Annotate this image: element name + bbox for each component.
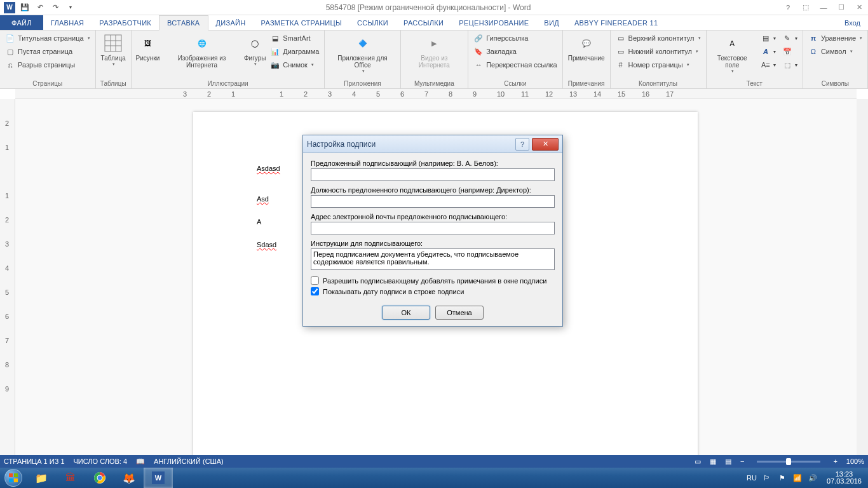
instructions-textarea[interactable] — [311, 248, 555, 270]
smartart-button[interactable]: ⬓SmartArt — [268, 32, 322, 44]
undo-icon[interactable]: ↶ — [33, 1, 47, 15]
save-icon[interactable]: 💾 — [18, 1, 32, 15]
svg-rect-7 — [9, 478, 13, 482]
dialog-titlebar[interactable]: Настройка подписи ? ✕ — [303, 135, 562, 153]
allow-comments-checkbox-row[interactable]: Разрешить подписывающему добавлять приме… — [311, 276, 555, 285]
allow-comments-checkbox[interactable] — [311, 276, 319, 285]
sign-in-link[interactable]: Вход — [837, 15, 868, 30]
windows-orb-icon — [4, 469, 22, 487]
tray-volume-icon[interactable]: 🔊 — [808, 473, 818, 483]
taskbar-chrome[interactable] — [85, 468, 114, 488]
footer-button[interactable]: ▭Нижний колонтитул — [613, 45, 703, 58]
quick-parts-button[interactable]: ▤▾ — [758, 32, 778, 44]
dialog-help-icon[interactable]: ? — [515, 138, 529, 151]
shapes-button[interactable]: ◯Фигуры — [242, 32, 268, 68]
zoom-out-icon[interactable]: − — [740, 458, 744, 465]
help-icon[interactable]: ? — [779, 1, 797, 15]
tab-insert[interactable]: ВСТАВКА — [159, 15, 208, 30]
chart-button[interactable]: 📊Диаграмма — [268, 45, 322, 58]
tray-flag-icon[interactable]: 🏳 — [762, 473, 772, 483]
taskbar-word[interactable]: W — [144, 468, 173, 488]
zoom-level[interactable]: 100% — [846, 458, 864, 465]
spell-check-icon[interactable]: 📖 — [136, 458, 145, 466]
page-status[interactable]: СТРАНИЦА 1 ИЗ 1 — [4, 458, 65, 465]
group-illustrations-label: Иллюстрации — [134, 79, 322, 88]
taskbar-explorer[interactable]: 📁 — [27, 468, 56, 488]
tray-network-icon[interactable]: 📶 — [792, 473, 803, 483]
web-layout-icon[interactable]: ▤ — [725, 458, 731, 466]
wordart-button[interactable]: A▾ — [758, 45, 778, 58]
status-bar: СТРАНИЦА 1 ИЗ 1 ЧИСЛО СЛОВ: 4 📖 АНГЛИЙСК… — [0, 455, 868, 468]
tab-view[interactable]: ВИД — [536, 15, 567, 30]
page-break-button[interactable]: ⎌Разрыв страницы — [3, 58, 93, 71]
tab-mailings[interactable]: РАССЫЛКИ — [396, 15, 451, 30]
pictures-label: Рисунки — [136, 55, 160, 62]
cancel-button[interactable]: Отмена — [435, 306, 484, 320]
read-mode-icon[interactable]: ▭ — [695, 458, 701, 466]
taskbar-firefox[interactable]: 🦊 — [114, 468, 144, 488]
minimize-icon[interactable]: — — [815, 1, 832, 15]
print-layout-icon[interactable]: ▦ — [710, 458, 716, 466]
date-time-button[interactable]: 📅 — [780, 45, 800, 58]
tab-abbyy[interactable]: ABBYY FineReader 11 — [567, 15, 665, 30]
header-button[interactable]: ▭Верхний колонтитул — [613, 32, 703, 44]
page-number-button[interactable]: #Номер страницы — [613, 58, 703, 71]
tab-developer[interactable]: Разработчик — [92, 15, 159, 30]
close-icon[interactable]: ✕ — [850, 1, 868, 15]
dialog-body: Предложенный подписывающий (например: В.… — [303, 153, 562, 302]
redo-icon[interactable]: ↷ — [48, 1, 62, 15]
symbol-button[interactable]: ΩСимвол — [806, 45, 865, 58]
group-tables: Таблица Таблицы — [96, 30, 132, 88]
show-date-checkbox[interactable] — [311, 287, 319, 295]
pictures-button[interactable]: 🖼Рисунки — [134, 32, 161, 63]
show-date-checkbox-row[interactable]: Показывать дату подписи в строке подписи — [311, 287, 555, 295]
equation-button[interactable]: πУравнение — [806, 32, 865, 44]
zoom-in-icon[interactable]: + — [833, 458, 837, 465]
tab-file[interactable]: ФАЙЛ — [0, 15, 43, 30]
drop-cap-button[interactable]: A≡▾ — [758, 58, 778, 71]
qat-customize-icon[interactable]: ▾ — [64, 1, 78, 15]
cross-ref-button[interactable]: ↔Перекрестная ссылка — [471, 58, 560, 71]
office-apps-button[interactable]: 🔷Приложения для Office — [327, 32, 397, 75]
comment-button[interactable]: 💬Примечание — [566, 32, 607, 63]
blank-page-button[interactable]: ▢Пустая страница — [3, 45, 93, 58]
tab-design[interactable]: ДИЗАЙН — [208, 15, 254, 30]
vertical-scrollbar[interactable] — [857, 99, 868, 455]
language-status[interactable]: АНГЛИЙСКИЙ (США) — [154, 458, 224, 465]
word-count[interactable]: ЧИСЛО СЛОВ: 4 — [74, 458, 128, 465]
window-title: 5854708 [Режим ограниченной функциональн… — [78, 3, 779, 12]
group-links: 🔗Гиперссылка 🔖Закладка ↔Перекрестная ссы… — [468, 30, 563, 88]
tab-review[interactable]: РЕЦЕНЗИРОВАНИЕ — [451, 15, 536, 30]
tab-references[interactable]: ССЫЛКИ — [349, 15, 396, 30]
chart-label: Диаграмма — [283, 48, 319, 55]
vertical-ruler[interactable]: 21 123 456 789 — [0, 99, 15, 455]
email-input[interactable] — [311, 222, 555, 234]
signer-input[interactable] — [311, 168, 555, 181]
online-pictures-button[interactable]: 🌐Изображения из Интернета — [161, 32, 242, 70]
signature-line-button[interactable]: ✎▾ — [780, 32, 800, 44]
text-box-button[interactable]: AТекстовое поле — [709, 32, 756, 75]
hyperlink-button[interactable]: 🔗Гиперссылка — [471, 32, 560, 44]
tray-action-center-icon[interactable]: ⚑ — [777, 473, 787, 483]
tray-language[interactable]: RU — [747, 474, 757, 482]
dialog-close-icon[interactable]: ✕ — [532, 138, 559, 151]
tab-layout[interactable]: РАЗМЕТКА СТРАНИЦЫ — [254, 15, 350, 30]
cover-page-button[interactable]: 📄Титульная страница — [3, 32, 93, 44]
maximize-icon[interactable]: ☐ — [832, 1, 850, 15]
ok-button[interactable]: ОК — [382, 306, 430, 320]
screenshot-button[interactable]: 📷Снимок — [268, 58, 322, 71]
bookmark-button[interactable]: 🔖Закладка — [471, 45, 560, 58]
tray-clock[interactable]: 13:23 07.03.2016 — [823, 471, 865, 485]
object-button[interactable]: ⬚▾ — [780, 58, 800, 71]
group-text: AТекстовое поле ▤▾ A▾ A≡▾ ✎▾ 📅 ⬚▾ Текст — [707, 30, 803, 88]
word-icon[interactable]: W — [3, 1, 17, 15]
taskbar-app1[interactable]: 🏛 — [56, 468, 85, 488]
start-button[interactable] — [0, 468, 27, 488]
group-pages-label: Страницы — [3, 79, 93, 88]
job-input[interactable] — [311, 195, 555, 208]
horizontal-ruler[interactable]: 321 123 456 789 101112 131415 1617 — [15, 89, 857, 99]
tab-home[interactable]: ГЛАВНАЯ — [43, 15, 92, 30]
zoom-slider[interactable] — [757, 461, 820, 463]
table-button[interactable]: Таблица — [98, 32, 128, 68]
ribbon-options-icon[interactable]: ⬚ — [797, 1, 815, 15]
